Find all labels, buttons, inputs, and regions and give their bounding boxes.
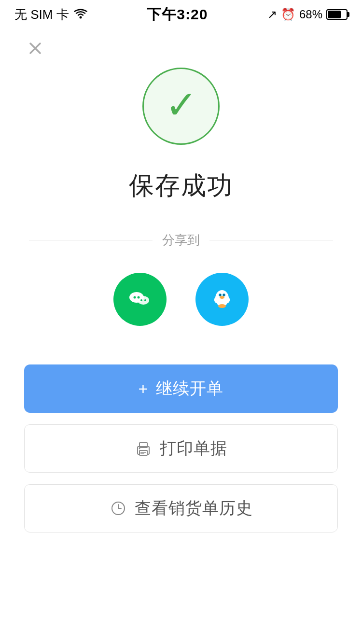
- plus-icon: +: [139, 379, 149, 398]
- svg-point-15: [220, 296, 224, 299]
- svg-point-8: [144, 299, 146, 301]
- status-right: ↗ ⏰ 68%: [267, 8, 348, 21]
- status-bar: 无 SIM 卡 下午3:20 ↗ ⏰ 68%: [0, 0, 362, 29]
- battery-icon: [326, 9, 348, 20]
- close-button[interactable]: [23, 36, 47, 60]
- svg-point-24: [139, 448, 140, 449]
- svg-point-14: [223, 294, 225, 296]
- qq-share-button[interactable]: [195, 273, 249, 326]
- continue-order-label: 继续开单: [156, 378, 223, 400]
- continue-order-button[interactable]: + 继续开单: [24, 364, 338, 413]
- divider-right: [209, 240, 333, 240]
- success-title: 保存成功: [129, 169, 233, 203]
- share-icons-row: [113, 273, 249, 326]
- history-icon: [110, 500, 127, 517]
- status-time: 下午3:20: [147, 5, 208, 25]
- status-left: 无 SIM 卡: [14, 6, 87, 23]
- share-divider: 分享到: [0, 232, 362, 249]
- checkmark-icon: ✓: [165, 86, 197, 125]
- svg-point-6: [138, 296, 140, 299]
- svg-point-18: [218, 304, 226, 308]
- print-label: 打印单据: [160, 437, 227, 460]
- location-icon: ↗: [267, 8, 277, 21]
- action-buttons: + 继续开单 打印单据: [0, 364, 362, 532]
- svg-rect-21: [139, 450, 147, 455]
- history-label: 查看销货单历史: [135, 497, 253, 519]
- print-icon: [135, 440, 152, 457]
- main-content: ✓ 保存成功 分享到: [0, 29, 362, 532]
- battery-percentage: 68%: [299, 8, 322, 21]
- share-label: 分享到: [153, 232, 209, 249]
- svg-point-13: [220, 294, 221, 296]
- svg-point-0: [79, 16, 82, 18]
- carrier-text: 无 SIM 卡: [14, 6, 69, 23]
- wechat-share-button[interactable]: [113, 273, 167, 326]
- success-indicator: ✓: [142, 68, 220, 145]
- divider-left: [29, 240, 153, 240]
- alarm-icon: ⏰: [281, 8, 295, 21]
- wifi-icon: [74, 7, 87, 22]
- view-history-button[interactable]: 查看销货单历史: [24, 484, 338, 532]
- svg-point-7: [140, 299, 142, 301]
- print-receipt-button[interactable]: 打印单据: [24, 424, 338, 473]
- svg-point-5: [134, 296, 136, 299]
